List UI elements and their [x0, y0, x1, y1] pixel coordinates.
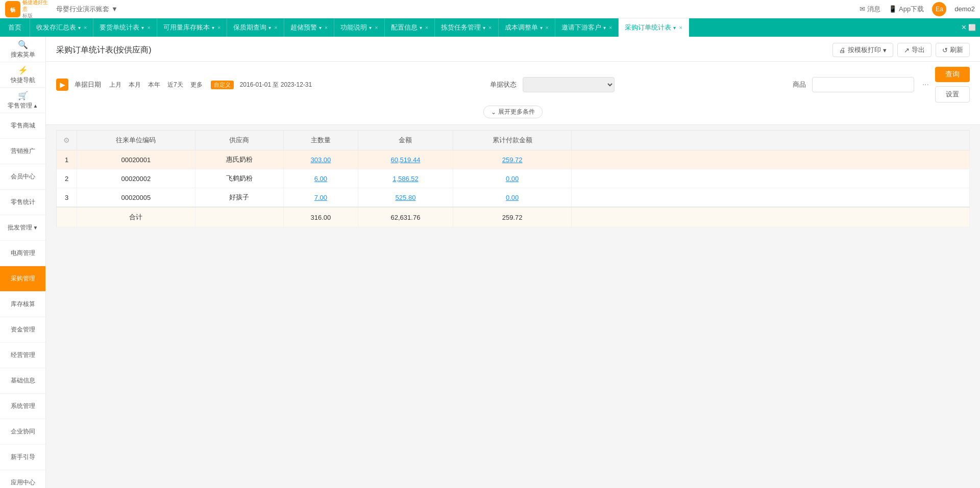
print-button[interactable]: 🖨 按模板打印 ▾ — [832, 43, 893, 57]
sidebar-ecommerce-label: 电商管理 — [11, 249, 35, 258]
cell-paid-2[interactable]: 0.00 — [453, 188, 572, 208]
refresh-button[interactable]: ↺ 刷新 — [936, 43, 970, 57]
tab-3[interactable]: 可用量库存账本 ▾ × — [157, 18, 227, 37]
tab-8[interactable]: 拣货任务管理 ▾ × — [435, 18, 498, 37]
tab-5[interactable]: 超储预警 ▾ × — [284, 18, 334, 37]
app-download-btn[interactable]: 📱 App下载 — [889, 5, 924, 14]
logo-icon: 畅 — [5, 1, 20, 17]
th-code: 往来单位编码 — [77, 131, 195, 150]
sidebar-item-finance[interactable]: 资金管理 — [0, 317, 45, 343]
sidebar-item-quick[interactable]: ⚡ 快捷导航 — [0, 62, 45, 88]
cell-qty-0[interactable]: 303.00 — [284, 150, 358, 169]
table-row: 3 00020005 好孩子 7.00 525.80 0.00 — [57, 188, 970, 208]
tab9-arrow: ▾ — [540, 25, 543, 31]
sidebar-item-enterprise[interactable]: 企业协同 — [0, 419, 45, 445]
table-header-row: ⚙ 往来单位编码 供应商 主数量 金额 累计付款金额 — [57, 131, 970, 150]
cell-qty-2[interactable]: 7.00 — [284, 188, 358, 208]
tab9-close[interactable]: × — [546, 24, 549, 31]
filter-toggle-btn[interactable]: ▶ — [56, 79, 68, 91]
footer-qty: 316.00 — [284, 207, 358, 227]
tab-9[interactable]: 成本调整单 ▾ × — [499, 18, 555, 37]
sidebar-item-appcenter[interactable]: 应用中心 — [0, 470, 45, 488]
message-btn[interactable]: ✉ 消息 — [860, 5, 880, 14]
tab-7[interactable]: 配置信息 ▾ × — [385, 18, 435, 37]
tab-home[interactable]: 首页 — [0, 18, 30, 37]
expand-arrow: ⌄ — [491, 109, 496, 116]
cell-amount-2[interactable]: 525.80 — [358, 188, 453, 208]
tab-11[interactable]: 采购订单统计表 ▾ × — [619, 18, 689, 37]
user-name: demo2 — [954, 5, 975, 13]
export-label: 导出 — [912, 45, 925, 55]
shortcut-7days[interactable]: 近7天 — [165, 80, 185, 90]
sidebar-item-basic[interactable]: 基础信息 — [0, 368, 45, 394]
sidebar-item-ecommerce[interactable]: 电商管理 — [0, 241, 45, 266]
sidebar-item-member[interactable]: 会员中心 — [0, 164, 45, 190]
status-select[interactable] — [523, 77, 615, 92]
tab1-close[interactable]: × — [84, 24, 87, 31]
tab3-close[interactable]: × — [217, 24, 220, 31]
tab8-close[interactable]: × — [488, 24, 492, 31]
more-conditions-btn[interactable]: ··· — [922, 80, 929, 89]
sidebar-item-retail[interactable]: 🛒 零售管理 ▲ — [0, 88, 45, 113]
status-label: 单据状态 — [490, 80, 517, 89]
tab-10[interactable]: 邀请下游客户 ▾ × — [555, 18, 619, 37]
th-amount: 金额 — [358, 131, 453, 150]
page-title: 采购订单统计表(按供应商) — [56, 45, 152, 56]
sidebar-item-retail-shop[interactable]: 零售商城 — [0, 113, 45, 139]
custom-date-tag[interactable]: 自定义 — [211, 81, 234, 89]
cell-paid-0[interactable]: 259.72 — [453, 150, 572, 169]
tab-6[interactable]: 功能说明 ▾ × — [334, 18, 384, 37]
cell-amount-1[interactable]: 1,586.52 — [358, 169, 453, 188]
table-footer-row: 合计 316.00 62,631.76 259.72 — [57, 207, 970, 227]
tab11-close[interactable]: × — [679, 24, 682, 31]
nav-maximize-btn[interactable]: ⬜ — [968, 24, 976, 31]
shortcut-this-month[interactable]: 本月 — [127, 80, 143, 90]
sidebar-item-search[interactable]: 🔍 搜索英单 — [0, 37, 45, 62]
tab5-close[interactable]: × — [325, 24, 328, 31]
user-avatar[interactable]: Ea — [932, 2, 946, 16]
sidebar-item-operation[interactable]: 经营管理 — [0, 343, 45, 368]
tab7-close[interactable]: × — [425, 24, 428, 31]
shortcut-this-year[interactable]: 本年 — [146, 80, 162, 90]
shortcut-more[interactable]: 更多 — [188, 80, 205, 90]
sidebar-item-wholesale[interactable]: 批发管理 ▼ — [0, 215, 45, 241]
tab-1[interactable]: 收发存汇总表 ▾ × — [30, 18, 93, 37]
tab5-arrow: ▾ — [319, 25, 322, 31]
sidebar-item-inventory[interactable]: 库存核算 — [0, 292, 45, 317]
expand-conditions-btn[interactable]: ⌄ 展开更多条件 — [483, 106, 543, 118]
shortcut-last-month[interactable]: 上月 — [107, 80, 124, 90]
data-table: ⚙ 往来单位编码 供应商 主数量 金额 累计付款金额 1 00020001 — [56, 130, 970, 227]
workspace-select[interactable]: 母婴行业演示账套 ▼ — [56, 5, 120, 14]
tab7-arrow: ▾ — [420, 25, 422, 31]
sidebar-item-retail-stat[interactable]: 零售统计 — [0, 190, 45, 215]
tab1-arrow: ▾ — [78, 25, 81, 31]
sidebar-item-newguide[interactable]: 新手引导 — [0, 445, 45, 470]
query-button[interactable]: 查询 — [935, 67, 970, 82]
cell-amount-0[interactable]: 60,519.44 — [358, 150, 453, 169]
tab-4[interactable]: 保质期查询 ▾ × — [227, 18, 284, 37]
sidebar-item-marketing[interactable]: 营销推广 — [0, 139, 45, 164]
settings-button[interactable]: 设置 — [935, 86, 970, 102]
sidebar-item-system[interactable]: 系统管理 — [0, 394, 45, 419]
tab6-close[interactable]: × — [375, 24, 378, 31]
tab-2[interactable]: 要货单统计表 ▾ × — [93, 18, 157, 37]
tab8-arrow: ▾ — [483, 25, 485, 31]
top-right: ✉ 消息 📱 App下载 Ea demo2 — [860, 2, 975, 16]
logo-text: 畅捷通好生意 — [22, 0, 51, 12]
table-row: 2 00020002 飞鹤奶粉 6.00 1,586.52 0.00 — [57, 169, 970, 188]
goods-input[interactable] — [812, 77, 914, 92]
cell-qty-1[interactable]: 6.00 — [284, 169, 358, 188]
tab-home-label: 首页 — [8, 23, 21, 32]
tab4-close[interactable]: × — [274, 24, 277, 31]
table-settings-icon[interactable]: ⚙ — [63, 136, 70, 144]
tab10-close[interactable]: × — [609, 24, 612, 31]
svg-text:畅: 畅 — [10, 7, 15, 13]
tab2-close[interactable]: × — [147, 24, 150, 31]
export-button[interactable]: ↗ 导出 — [897, 43, 932, 57]
nav-close-btn[interactable]: × — [962, 23, 966, 32]
sidebar-retail-shop-label: 零售商城 — [11, 121, 35, 130]
message-label: 消息 — [867, 5, 880, 14]
sidebar-finance-label: 资金管理 — [11, 325, 35, 334]
sidebar-item-purchase[interactable]: 采购管理 — [0, 266, 45, 292]
cell-paid-1[interactable]: 0.00 — [453, 169, 572, 188]
